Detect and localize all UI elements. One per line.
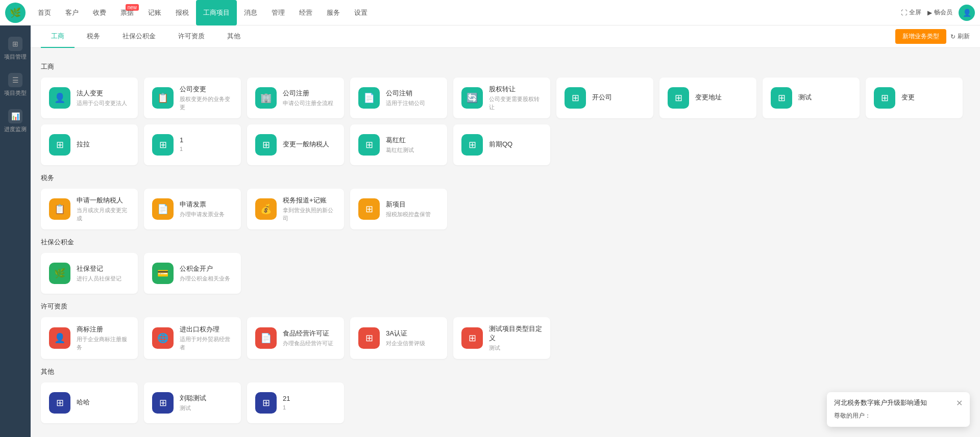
card-liucong-ceshi[interactable]: ⊞ 刘聪测试 测试: [144, 382, 241, 423]
nav-service[interactable]: 服务: [320, 0, 347, 25]
card-title: 公司注册: [283, 89, 333, 98]
tab-shuiwu[interactable]: 税务: [77, 25, 110, 48]
nav-message[interactable]: 消息: [237, 0, 264, 25]
register-icon: 🏢: [255, 87, 277, 109]
content-area: 工商 👤 法人变更 适用于公司变更法人 📋 公司变更 股权变更外的业务变更 🏢: [31, 48, 980, 437]
card-lala[interactable]: ⊞ 拉拉: [41, 124, 138, 165]
card-biangeng2[interactable]: ⊞ 变更: [866, 78, 963, 118]
nav-items: 首页 客户 收费 票据 new 记账 报税 工商项目 消息 管理 经营 服务 设…: [31, 0, 901, 25]
card-biangeng-dizhi[interactable]: ⊞ 变更地址: [659, 78, 756, 118]
card-kai-gongsi[interactable]: ⊞ 开公司: [556, 78, 653, 118]
card-title: 进出口权办理: [180, 325, 233, 334]
card-title: 拉拉: [77, 140, 90, 149]
nav-bizproject[interactable]: 工商项目: [196, 0, 237, 25]
card-title: 21: [283, 395, 290, 402]
nav-manage[interactable]: 管理: [264, 0, 292, 25]
card-gehonghong[interactable]: ⊞ 葛红红 葛红红测试: [350, 124, 447, 165]
nav-settings[interactable]: 设置: [347, 0, 375, 25]
vip-btn[interactable]: ▶ 畅会员: [927, 8, 952, 17]
fapiao-icon: 📄: [152, 198, 174, 220]
new-type-button[interactable]: 新增业务类型: [895, 29, 946, 44]
card-ceshi[interactable]: ⊞ 测试: [763, 78, 860, 118]
card-desc: 办理公积金相关业务: [180, 275, 230, 282]
card-desc: 股权变更外的业务变更: [180, 95, 233, 111]
card-nashuiren[interactable]: 📋 申请一般纳税人 当月或次月成变更完成: [41, 189, 138, 229]
card-shebao-dengji[interactable]: 🌿 社保登记 进行人员社保登记: [41, 253, 138, 294]
nav-ticket[interactable]: 票据 new: [113, 0, 141, 25]
card-title: 新项目: [386, 200, 431, 209]
change-icon2: ⊞: [874, 87, 895, 109]
equity-icon: 🔄: [461, 87, 483, 109]
address-icon: ⊞: [668, 87, 689, 109]
card-title: 税务报道+记账: [283, 196, 336, 205]
nav-home[interactable]: 首页: [31, 0, 58, 25]
card-shipin-xuke[interactable]: 📄 食品经营许可证 办理食品经营许可证: [247, 317, 344, 359]
card-gongsi-zhuxiao[interactable]: 📄 公司注销 适用于注销公司: [350, 78, 447, 118]
nav-customer[interactable]: 客户: [58, 0, 86, 25]
sub-tabs: 工商 税务 社保公积金 许可资质 其他: [41, 25, 895, 48]
card-desc: 用于企业商标注册服务: [77, 336, 130, 351]
card-ceshi-type[interactable]: ⊞ 测试项目类型目定义 测试: [453, 317, 550, 359]
card-title: 变更一般纳税人: [283, 140, 329, 149]
card-desc: 拿到营业执照的新公司: [283, 207, 336, 222]
sidebar-item-progress[interactable]: 📊 进度监测: [0, 103, 31, 139]
food-icon: 📄: [255, 327, 277, 349]
card-gongsi-biangeng[interactable]: 📋 公司变更 股权变更外的业务变更: [144, 78, 241, 118]
card-title: 申请一般纳税人: [77, 196, 130, 205]
card-desc: 报税加税控盘保管: [386, 211, 431, 218]
card-title: 变更地址: [695, 93, 722, 102]
refresh-button[interactable]: ↻ 刷新: [950, 32, 970, 41]
card-biangeng-nashuiren[interactable]: ⊞ 变更一般纳税人: [247, 124, 344, 165]
list-icon: ☰: [8, 73, 22, 87]
section-title-shebao: 社保公积金: [41, 238, 970, 247]
card-desc: 办理食品经营许可证: [283, 340, 333, 347]
nav-operate[interactable]: 经营: [292, 0, 320, 25]
sidebar-item-project-type[interactable]: ☰ 项目类型: [0, 67, 31, 103]
card-shuiwu-baodao[interactable]: 💰 税务报道+记账 拿到营业执照的新公司: [247, 189, 344, 229]
card-desc: 进行人员社保登记: [77, 275, 121, 282]
nav-fee[interactable]: 收费: [86, 0, 113, 25]
avatar[interactable]: 👤: [959, 5, 975, 21]
card-guquan-zhuanrang[interactable]: 🔄 股权转让 公司变更需要股权转让: [453, 78, 550, 118]
card-desc: 当月或次月成变更完成: [77, 207, 130, 222]
card-21[interactable]: ⊞ 21 1: [247, 382, 344, 423]
section-title-gongshang: 工商: [41, 62, 970, 71]
card-desc: 申请公司注册全流程: [283, 99, 333, 107]
tab-qita[interactable]: 其他: [217, 25, 251, 48]
tab-xuke[interactable]: 许可资质: [168, 25, 215, 48]
sub-tabs-bar: 工商 税务 社保公积金 许可资质 其他 新增业务类型 ↻ 刷新: [31, 25, 980, 48]
card-3a-renzheng[interactable]: ⊞ 3A认证 对企业信誉评级: [350, 317, 447, 359]
section-title-xuke: 许可资质: [41, 302, 970, 311]
chart-icon: 📊: [8, 109, 22, 123]
card-fapiao[interactable]: 📄 申请发票 办理申请发票业务: [144, 189, 241, 229]
nav-tax[interactable]: 报税: [168, 0, 196, 25]
card-title: 社保登记: [77, 264, 121, 273]
card-qianqi-qq[interactable]: ⊞ 前期QQ: [453, 124, 550, 165]
tab-shebao[interactable]: 社保公积金: [112, 25, 166, 48]
card-title: 公积金开户: [180, 264, 230, 273]
card-title: 刘聪测试: [180, 394, 206, 403]
test-type-icon: ⊞: [461, 327, 483, 349]
card-gongjijin-kaihu[interactable]: 💳 公积金开户 办理公积金相关业务: [144, 253, 241, 294]
nav-accounting[interactable]: 记账: [141, 0, 168, 25]
user-icon: 👤: [963, 9, 971, 17]
card-haha[interactable]: ⊞ 哈哈: [41, 382, 138, 423]
card-1[interactable]: ⊞ 1 1: [144, 124, 241, 165]
new-badge: new: [126, 4, 139, 11]
card-faren-biangeng[interactable]: 👤 法人变更 适用于公司变更法人: [41, 78, 138, 118]
card-desc: 对企业信誉评级: [386, 340, 425, 347]
logo: 🌿: [5, 3, 26, 23]
fullscreen-btn[interactable]: ⛶ 全屏: [901, 8, 921, 17]
sidebar-item-project-manage[interactable]: ⊞ 项目管理: [0, 31, 31, 67]
notification-header: 河北税务数字账户升级影响通知 ✕: [834, 398, 963, 408]
tab-gongshang[interactable]: 工商: [41, 25, 75, 48]
notification-close-button[interactable]: ✕: [956, 398, 963, 408]
trademark-icon: 👤: [49, 327, 70, 349]
card-gongsi-zhuce[interactable]: 🏢 公司注册 申请公司注册全流程: [247, 78, 344, 118]
card-title: 食品经营许可证: [283, 329, 333, 338]
card-shangbiao[interactable]: 👤 商标注册 用于企业商标注册服务: [41, 317, 138, 359]
card-jinchukouquan[interactable]: 🌐 进出口权办理 适用于对外贸易经营者: [144, 317, 241, 359]
card-new-project[interactable]: ⊞ 新项目 报税加税控盘保管: [350, 189, 447, 229]
refresh-icon: ↻: [950, 33, 955, 40]
new-project-icon: ⊞: [358, 198, 380, 220]
